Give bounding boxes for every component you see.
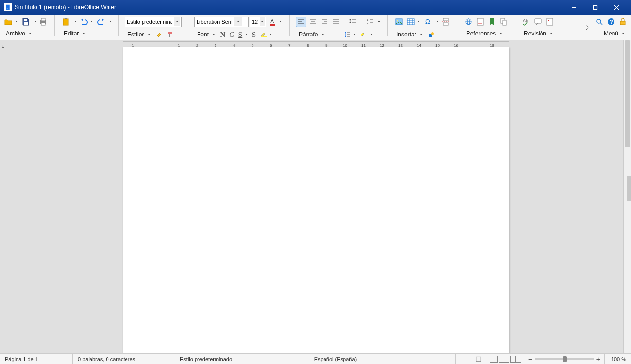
bookmark-icon[interactable] <box>487 17 497 27</box>
strike-button[interactable]: S <box>250 31 258 39</box>
status-insert-mode[interactable] <box>441 354 456 364</box>
print-icon[interactable] <box>38 17 49 27</box>
help-icon[interactable]: ? <box>606 17 616 27</box>
close-button[interactable] <box>606 0 627 15</box>
font-size-combo[interactable]: 12 <box>250 17 266 27</box>
view-buttons <box>487 354 524 364</box>
insertar-menu[interactable]: Insertar <box>394 30 426 39</box>
scroll-thumb[interactable] <box>625 40 630 147</box>
menu-menu[interactable]: Menú <box>601 29 628 38</box>
undo-dropdown[interactable] <box>90 20 95 24</box>
font-color-icon[interactable]: A <box>267 17 278 27</box>
toolbar-overflow-icon[interactable] <box>583 15 591 40</box>
hyperlink-icon[interactable] <box>463 17 474 27</box>
revision-menu[interactable]: Revisión <box>521 29 556 38</box>
find-icon[interactable] <box>594 17 605 27</box>
save-icon[interactable] <box>20 17 31 27</box>
underline-dropdown[interactable] <box>245 33 250 36</box>
svg-rect-2 <box>7 7 9 7</box>
status-signature[interactable] <box>470 354 487 364</box>
special-char-icon[interactable]: Ω <box>423 17 433 27</box>
view-single-icon[interactable] <box>490 356 498 363</box>
italic-button[interactable]: C <box>227 31 236 39</box>
image-icon[interactable] <box>394 17 404 27</box>
font-menu[interactable]: Font <box>194 30 218 39</box>
horizontal-ruler[interactable]: 1 1 2 3 4 5 6 7 8 9 10 11 12 13 14 15 16… <box>123 41 509 42</box>
paste-dropdown[interactable] <box>72 20 77 24</box>
sidebar-grip[interactable] <box>627 176 631 201</box>
zoom-out-icon[interactable]: − <box>528 355 532 363</box>
footnote-icon[interactable] <box>475 17 486 27</box>
view-multi-icon[interactable] <box>499 356 509 363</box>
comment-icon[interactable] <box>533 17 543 27</box>
bg-color-icon[interactable] <box>358 29 368 40</box>
table-dropdown[interactable] <box>417 20 422 24</box>
redo-dropdown[interactable] <box>108 20 112 24</box>
editor-viewport[interactable]: 1 1 2 3 4 5 6 7 8 9 10 11 12 13 14 15 16… <box>9 40 623 353</box>
spellcheck-icon[interactable]: Ab <box>521 17 532 27</box>
shape-icon[interactable] <box>426 29 437 40</box>
references-menu[interactable]: References <box>463 29 509 38</box>
page-break-icon[interactable] <box>440 17 451 27</box>
status-language[interactable]: Español (España) <box>287 354 384 364</box>
clone-format-icon[interactable] <box>165 29 176 40</box>
margin-corner-tl <box>158 82 162 86</box>
paste-icon[interactable] <box>61 17 72 27</box>
parrafo-menu[interactable]: Párrafo <box>296 30 327 39</box>
zoom-slider[interactable] <box>535 358 594 360</box>
bullet-dropdown[interactable] <box>359 20 364 24</box>
spacing-dropdown[interactable] <box>353 33 358 36</box>
svg-line-64 <box>600 23 602 25</box>
align-left-icon[interactable] <box>296 17 306 27</box>
font-name-combo[interactable]: Liberation Serif <box>194 17 249 27</box>
document-page[interactable] <box>123 47 509 353</box>
cross-ref-icon[interactable] <box>498 17 509 27</box>
number-dropdown[interactable] <box>377 20 381 24</box>
maximize-button[interactable] <box>584 0 606 15</box>
highlight-dropdown[interactable] <box>269 33 274 36</box>
zoom-value[interactable]: 100 % <box>604 354 631 364</box>
svg-rect-68 <box>476 357 480 361</box>
svg-rect-57 <box>477 18 483 25</box>
align-justify-icon[interactable] <box>331 17 342 27</box>
font-value: Liberation Serif <box>197 19 233 25</box>
open-dropdown[interactable] <box>15 20 19 24</box>
redo-icon[interactable] <box>96 17 107 27</box>
estilos-menu[interactable]: Estilos <box>125 30 154 39</box>
number-list-icon[interactable]: 12 <box>365 17 376 27</box>
status-selection-mode[interactable] <box>456 354 470 364</box>
svg-text:?: ? <box>610 19 613 25</box>
align-center-icon[interactable] <box>307 17 318 27</box>
bold-button[interactable]: N <box>218 31 227 39</box>
align-right-icon[interactable] <box>319 17 330 27</box>
editar-menu[interactable]: Editar <box>61 29 112 38</box>
svg-rect-62 <box>547 18 553 25</box>
view-book-icon[interactable] <box>510 356 521 363</box>
svg-point-42 <box>397 20 398 22</box>
parrafo-label: Párrafo <box>299 31 318 38</box>
char-dropdown[interactable] <box>434 20 439 24</box>
open-icon[interactable] <box>3 17 14 27</box>
highlight-color-icon[interactable] <box>258 29 269 40</box>
archivo-menu[interactable]: Archivo <box>3 29 49 38</box>
svg-rect-41 <box>396 19 402 25</box>
minimize-button[interactable] <box>563 0 584 15</box>
bullet-list-icon[interactable] <box>347 17 358 27</box>
status-page[interactable]: Página 1 de 1 <box>0 354 73 364</box>
highlight-brush-icon[interactable] <box>154 29 165 40</box>
track-changes-icon[interactable] <box>544 17 555 27</box>
font-color-dropdown[interactable] <box>279 20 284 24</box>
save-dropdown[interactable] <box>32 20 37 24</box>
paragraph-style-combo[interactable]: Estilo predeterminado <box>125 17 182 27</box>
svg-rect-50 <box>443 23 448 25</box>
status-style[interactable]: Estilo predeterminado <box>175 354 287 364</box>
undo-icon[interactable] <box>78 17 89 27</box>
table-icon[interactable] <box>405 17 416 27</box>
bg-dropdown[interactable] <box>368 33 373 36</box>
line-spacing-icon[interactable] <box>342 29 353 40</box>
underline-button[interactable]: S <box>236 31 245 39</box>
zoom-in-icon[interactable]: + <box>596 355 600 363</box>
svg-rect-60 <box>503 20 506 25</box>
lock-icon[interactable] <box>617 17 628 27</box>
status-wordcount[interactable]: 0 palabras, 0 caracteres <box>73 354 175 364</box>
